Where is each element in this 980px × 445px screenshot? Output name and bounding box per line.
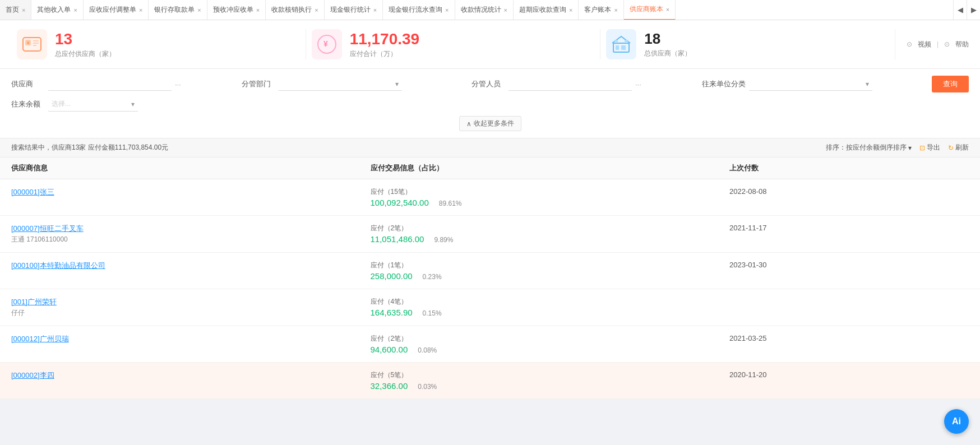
- supplier-link-3[interactable]: [000100]本特勤油品有限公司: [11, 261, 371, 271]
- nav-tab-cash-bank-stat-label: 现金银行统计: [330, 5, 371, 15]
- export-button[interactable]: ⊡ 导出: [919, 143, 940, 152]
- help-link[interactable]: 帮助: [955, 40, 969, 49]
- summary-total-suppliers-info: 18 总供应商（家）: [644, 30, 691, 58]
- nav-tab-ar-ap-adjust-label: 应收应付调整单: [89, 5, 136, 15]
- nav-tab-customer-ledger-label: 客户账本: [584, 5, 611, 15]
- supplier-link-2[interactable]: [000007]恒旺二手叉车: [11, 224, 371, 234]
- nav-tab-ar-ap-adjust[interactable]: 应收应付调整单 ×: [84, 0, 149, 20]
- payable-amount-1: 100,092,540.00: [371, 198, 429, 207]
- collapse-button[interactable]: ∧ 收起更多条件: [459, 116, 521, 131]
- collapse-chevron-icon: ∧: [466, 120, 471, 128]
- sort-chevron-icon: ▾: [908, 144, 912, 152]
- nav-tab-cash-bank-flow-close[interactable]: ×: [445, 7, 449, 13]
- nav-prev-arrow[interactable]: ◀: [953, 0, 967, 20]
- supplier-link-6[interactable]: [000002]李四: [11, 370, 371, 381]
- video-link[interactable]: 视频: [918, 40, 931, 49]
- total-suppliers-number: 18: [644, 30, 691, 48]
- nav-tab-receipt-verify-close[interactable]: ×: [315, 7, 318, 13]
- payable-cell-3: 应付（1笔） 258,000.00 0.23%: [371, 261, 730, 281]
- summary-card-total-suppliers: 18 总供应商（家）: [600, 29, 895, 59]
- result-bar: 搜索结果中，供应商13家 应付金额111,703,854.00元 排序：按应付余…: [0, 138, 980, 157]
- person-dots-icon[interactable]: ···: [635, 80, 641, 89]
- nav-tab-customer-ledger-close[interactable]: ×: [614, 7, 617, 13]
- refresh-icon: ↻: [948, 144, 954, 152]
- payable-suppliers-label: 总应付供应商（家）: [55, 49, 115, 59]
- store-icon-svg: [610, 33, 632, 55]
- collapse-label: 收起更多条件: [474, 119, 514, 128]
- category-chevron-icon: ▾: [866, 80, 869, 88]
- payable-amount-label: 应付合计（万）: [350, 49, 420, 59]
- main-content: 供应商信息 应付交易信息（占比） 上次付数 [000001]张三 应付（15笔）…: [0, 157, 980, 399]
- sort-select[interactable]: 排序：按应付余额倒序排序 ▾: [826, 143, 912, 152]
- search-button[interactable]: 查询: [932, 76, 969, 92]
- nav-tab-home[interactable]: 首页 ×: [0, 0, 31, 20]
- nav-tab-overdue-ar-close[interactable]: ×: [569, 7, 572, 13]
- nav-tab-bank-deposit-close[interactable]: ×: [197, 7, 201, 13]
- supplier-dots-icon[interactable]: ···: [175, 80, 181, 89]
- filter-row-2: 往来余额 选择... ▾: [11, 97, 179, 112]
- balance-select[interactable]: 选择... ▾: [48, 97, 138, 112]
- col-header-lastpay: 上次付数: [729, 163, 969, 173]
- payable-amount-icon: ¥: [312, 29, 342, 59]
- nav-tab-receipt-verify[interactable]: 收款核销执行 ×: [266, 0, 324, 20]
- svg-rect-10: [621, 45, 626, 50]
- lastpay-cell-3: 2023-01-30: [729, 261, 969, 269]
- export-label: 导出: [927, 143, 940, 152]
- nav-tab-supplier-ledger-close[interactable]: ×: [666, 6, 669, 13]
- payable-amount-number: 11,170.39: [350, 30, 420, 49]
- nav-tab-cash-bank-stat-close[interactable]: ×: [373, 7, 377, 13]
- nav-tab-other-income-close[interactable]: ×: [73, 7, 77, 13]
- supplier-cell-2: [000007]恒旺二手叉车 王通 17106110000: [11, 224, 371, 244]
- refresh-button[interactable]: ↻ 刷新: [948, 143, 969, 152]
- payable-cell-4: 应付（4笔） 164,635.90 0.15%: [371, 297, 730, 317]
- svg-text:¥: ¥: [323, 39, 328, 48]
- nav-tab-other-income[interactable]: 其他收入单 ×: [31, 0, 83, 20]
- payable-percent-2: 9.89%: [434, 236, 453, 244]
- supplier-cell-6: [000002]李四: [11, 370, 371, 381]
- summary-card-payable-suppliers: ¥ 13 总应付供应商（家）: [11, 29, 306, 59]
- col-header-supplier: 供应商信息: [11, 163, 371, 173]
- payable-percent-1: 89.61%: [439, 200, 462, 207]
- nav-tab-receipt-stat-close[interactable]: ×: [504, 7, 507, 13]
- payable-label-6: 应付（5笔）: [371, 370, 730, 380]
- nav-tab-customer-ledger[interactable]: 客户账本 ×: [579, 0, 623, 20]
- nav-tab-supplier-ledger-label: 供应商账本: [630, 4, 663, 14]
- sort-label: 排序：按应付余额倒序排序: [826, 143, 907, 152]
- person-input[interactable]: [509, 78, 632, 91]
- supplier-label: 供应商: [11, 79, 45, 89]
- nav-tab-ar-ap-adjust-close[interactable]: ×: [139, 7, 142, 13]
- table-header: 供应商信息 应付交易信息（占比） 上次付数: [0, 157, 980, 179]
- supplier-input[interactable]: [48, 78, 172, 91]
- top-navigation: 首页 × 其他收入单 × 应收应付调整单 × 银行存取款单 × 预收冲应收单 ×…: [0, 0, 980, 20]
- last-pay-date-1: 2022-08-08: [729, 187, 767, 196]
- svg-text:¥: ¥: [26, 40, 30, 45]
- last-pay-date-3: 2023-01-30: [729, 261, 767, 269]
- nav-tab-bank-deposit[interactable]: 银行存取款单 ×: [149, 0, 207, 20]
- nav-tab-overdue-ar-label: 超期应收款查询: [519, 5, 566, 15]
- dept-label: 分管部门: [242, 79, 275, 89]
- dept-select[interactable]: ▾: [279, 78, 402, 91]
- table-row: [000001]张三 应付（15笔） 100,092,540.00 89.61%…: [0, 179, 980, 216]
- nav-tab-cash-bank-stat[interactable]: 现金银行统计 ×: [325, 0, 383, 20]
- supplier-link-5[interactable]: [000012]广州贝瑞: [11, 334, 371, 344]
- nav-tab-home-close[interactable]: ×: [22, 7, 25, 13]
- nav-tab-bank-deposit-label: 银行存取款单: [154, 5, 195, 15]
- nav-tab-cash-bank-flow[interactable]: 现金银行流水查询 ×: [383, 0, 455, 20]
- filter-dept: 分管部门 ▾: [242, 78, 461, 91]
- supplier-link-4[interactable]: [001]广州荣轩: [11, 297, 371, 307]
- nav-tab-supplier-ledger[interactable]: 供应商账本 ×: [624, 0, 676, 20]
- nav-tab-prepay-offset-close[interactable]: ×: [256, 7, 260, 13]
- refresh-label: 刷新: [955, 143, 969, 152]
- summary-card-payable-amount: ¥ 11,170.39 应付合计（万）: [306, 29, 601, 59]
- payable-cell-5: 应付（2笔） 94,600.00 0.08%: [371, 334, 730, 354]
- nav-tab-overdue-ar[interactable]: 超期应收款查询 ×: [514, 0, 579, 20]
- payable-label-3: 应付（1笔）: [371, 261, 730, 270]
- nav-next-arrow[interactable]: ▶: [967, 0, 980, 20]
- nav-tab-receipt-stat[interactable]: 收款情况统计 ×: [455, 0, 514, 20]
- supplier-cell-4: [001]广州荣轩 仔仔: [11, 297, 371, 318]
- nav-tab-prepay-offset[interactable]: 预收冲应收单 ×: [207, 0, 266, 20]
- summary-payable-suppliers-info: 13 总应付供应商（家）: [55, 30, 115, 59]
- category-select[interactable]: ▾: [749, 78, 872, 91]
- supplier-link-1[interactable]: [000001]张三: [11, 187, 371, 197]
- nav-tab-receipt-stat-label: 收款情况统计: [461, 5, 501, 15]
